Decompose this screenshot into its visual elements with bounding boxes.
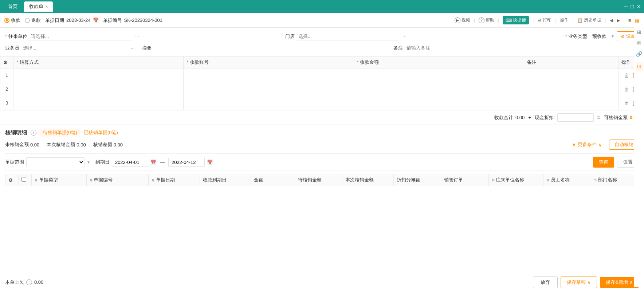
- vcol-discount: 折扣分摊额: [394, 174, 441, 186]
- filter-row: 单据范围 ▼ 到期日 📅 — 📅 查询 设置: [5, 153, 639, 171]
- save-new-button[interactable]: 保存&新增 ∧: [600, 277, 639, 288]
- receipt-radio[interactable]: 收款: [4, 17, 20, 24]
- operation-label: 操作: [560, 17, 569, 23]
- query-button[interactable]: 查询: [593, 157, 614, 168]
- row-2-settle[interactable]: [13, 82, 184, 96]
- refund-radio[interactable]: 退款: [25, 17, 41, 24]
- vcol-settings[interactable]: ⚙: [5, 175, 19, 185]
- summary-input[interactable]: [154, 44, 388, 52]
- select-all-checkbox[interactable]: [21, 177, 26, 182]
- draft-button[interactable]: 保存草稿 ∧: [561, 277, 597, 288]
- counterpart-more-btn[interactable]: ···: [134, 34, 141, 39]
- info-icon-bottom[interactable]: i: [26, 279, 32, 285]
- calendar-icon[interactable]: 📅: [93, 17, 99, 23]
- shortcut-action[interactable]: ⌨ 快捷键: [503, 16, 529, 24]
- sidebar-email-icon[interactable]: ✉: [637, 40, 641, 46]
- window-maximize-icon[interactable]: □: [631, 4, 634, 9]
- row-3-settle[interactable]: [13, 96, 184, 110]
- tab-home[interactable]: 首页: [3, 1, 23, 12]
- biz-type-label: 业务类型: [565, 33, 587, 40]
- range-select[interactable]: [26, 157, 85, 167]
- vcol-checkbox[interactable]: [19, 175, 32, 185]
- operation-action[interactable]: 操作: [560, 17, 569, 23]
- due-date-filter: 到期日 📅 — 📅: [95, 158, 213, 167]
- nav-next-icon[interactable]: ▶: [617, 18, 620, 23]
- sidebar-screenshot-icon[interactable]: ⊡: [636, 62, 643, 71]
- filter-icon: ▼: [572, 142, 576, 148]
- discount-input[interactable]: [557, 113, 594, 122]
- print-action[interactable]: 🖨 打印: [537, 17, 551, 23]
- total-item: 收款合计 0.00: [494, 114, 525, 121]
- draft-dropdown-icon[interactable]: ∧: [587, 279, 591, 285]
- nav-prev-icon[interactable]: ◀: [610, 18, 613, 23]
- remark-col-label: 备注: [527, 59, 537, 65]
- sep7: |: [624, 18, 625, 23]
- row-1-num: 1: [0, 68, 13, 82]
- history-action[interactable]: 📋 历史单据: [577, 17, 601, 23]
- calendar-from-icon[interactable]: 📅: [150, 160, 156, 165]
- per-order-value: 0.00: [34, 279, 43, 285]
- tab-close-icon[interactable]: ×: [46, 4, 48, 9]
- total-value: 0.00: [515, 115, 525, 120]
- abandon-button[interactable]: 放弃: [533, 277, 558, 288]
- sidebar-link-icon[interactable]: 🔗: [636, 51, 642, 57]
- form-row-2: 业务员 ··· 摘要 备注: [5, 44, 639, 52]
- bottom-bar: 本单上欠 i 0.00 放弃 保存草稿 ∧ 保存&新增 ∧: [0, 274, 644, 290]
- biz-type-field: 业务类型 预收款 ▼ ⚙ 设置: [565, 31, 639, 41]
- tab-receipt[interactable]: 收款单 ×: [24, 1, 53, 12]
- row-3-account[interactable]: [184, 96, 354, 110]
- col-settings-header[interactable]: ⚙: [0, 56, 13, 68]
- grid-view-icon[interactable]: ▦: [635, 17, 640, 23]
- row-2-amount[interactable]: [354, 82, 524, 96]
- window-close-icon[interactable]: ✕: [637, 4, 641, 9]
- due-date-to-input[interactable]: [168, 158, 205, 167]
- row-2-account[interactable]: [184, 82, 354, 96]
- video-action[interactable]: ▶ 视频: [455, 17, 470, 23]
- tab-receipt-label: 收款单: [29, 3, 43, 10]
- row-1-delete-icon[interactable]: 🗑: [624, 72, 629, 78]
- store-input[interactable]: [297, 32, 399, 40]
- list-view-icon[interactable]: ≡: [628, 17, 631, 23]
- due-date-from-input[interactable]: [112, 158, 148, 167]
- row-3-remark[interactable]: [524, 96, 619, 110]
- window-minimize-icon[interactable]: ─: [624, 4, 628, 9]
- staff-input[interactable]: [21, 44, 127, 52]
- row-3-amount[interactable]: [354, 96, 524, 110]
- diff-stat: 核销差额 0.00: [93, 141, 123, 148]
- sidebar-table-icon[interactable]: ⊞: [637, 29, 641, 35]
- done-tab[interactable]: 已核销单据(0笔): [81, 129, 121, 137]
- table-row: 1 🗑 📋: [0, 68, 644, 82]
- store-label: 门店: [285, 33, 295, 40]
- top-toolbar: 收款 退款 单据日期 2023-03-24 📅 单据编号 SK-20230324…: [0, 13, 644, 28]
- row-2-remark[interactable]: [524, 82, 619, 96]
- row-1-settle[interactable]: [13, 68, 184, 82]
- row-2-delete-icon[interactable]: 🗑: [624, 86, 629, 92]
- more-conditions-btn[interactable]: ▼ 更多条件 ∧: [572, 141, 602, 148]
- counterpart-input[interactable]: [30, 32, 131, 40]
- save-new-dropdown-icon[interactable]: ∧: [629, 279, 633, 285]
- range-dropdown-icon: ▼: [87, 160, 90, 164]
- staff-more-btn[interactable]: ···: [129, 45, 136, 51]
- verify-table-header: ⚙ ⇅ 单据类型 ⇅ 单据编号 ⇅ 单据日期 收款到期日 金额: [5, 174, 639, 186]
- biz-type-dropdown-icon[interactable]: ▼: [611, 34, 614, 38]
- counterpart-label: 往来单位: [5, 33, 27, 40]
- row-3-delete-icon[interactable]: 🗑: [624, 100, 629, 106]
- date-label: 单据日期: [45, 17, 64, 24]
- summary-row: 收款合计 0.00 + 现金折扣: = 可核销金额 0.00: [0, 110, 644, 125]
- table-row: 3 🗑 📋: [0, 96, 644, 110]
- data-table-section: ⚙ 结算方式 收款账号 收款金额 备注 操作: [0, 56, 644, 110]
- remark-input[interactable]: [405, 44, 639, 52]
- row-1-account[interactable]: [184, 68, 354, 82]
- form-row-1: 往来单位 ··· 门店 ··· 业务类型 预收款 ▼ ⚙ 设置: [5, 31, 639, 41]
- pending-tab[interactable]: 待核销单据(0笔): [40, 129, 80, 137]
- bottom-info: 本单上欠 i 0.00: [5, 279, 43, 286]
- video-label: 视频: [462, 17, 470, 23]
- row-1-amount[interactable]: [354, 68, 524, 82]
- store-more-btn[interactable]: ···: [401, 34, 408, 39]
- calendar-to-icon[interactable]: 📅: [207, 160, 213, 165]
- row-1-remark[interactable]: [524, 68, 619, 82]
- verification-info-icon[interactable]: i: [31, 130, 36, 136]
- help-action[interactable]: ? 帮助: [479, 17, 494, 23]
- vcol-staff-label: 员工名称: [551, 177, 570, 183]
- verification-stats: 未核销金额 0.00 本次核销金额 0.00 核销差额 0.00 ▼ 更多条件 …: [5, 140, 639, 150]
